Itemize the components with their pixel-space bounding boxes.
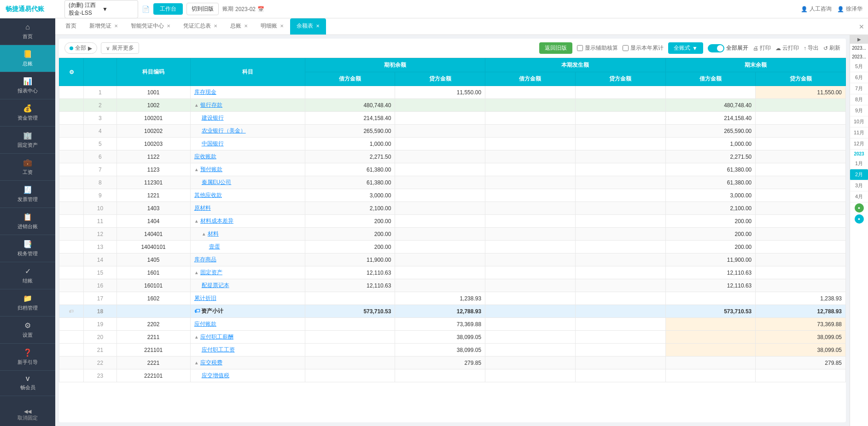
- sidebar-item-member[interactable]: V 畅会员: [0, 371, 55, 396]
- month-3[interactable]: 3月: [850, 180, 868, 191]
- tab-detail-ledger[interactable]: 明细账 ✕: [254, 18, 290, 35]
- month-6[interactable]: 6月: [850, 72, 868, 83]
- sidebar-item-settle[interactable]: ✓ 结账: [0, 262, 55, 289]
- refresh-button[interactable]: ↺ 刷新: [823, 44, 840, 52]
- account-name-link[interactable]: 秦属EU公司: [202, 179, 232, 185]
- row-name[interactable]: 库存现金: [190, 86, 305, 99]
- th-settings[interactable]: ⚙: [59, 58, 84, 86]
- sidebar-bottom-unpin[interactable]: ◀◀ 取消固定: [0, 404, 55, 426]
- row-name[interactable]: 建设银行: [190, 112, 305, 125]
- tab-balance-sheet-close[interactable]: ✕: [316, 23, 320, 29]
- account-name-link[interactable]: 壹蛋: [209, 243, 220, 250]
- user-profile[interactable]: 👤 徐泽华: [837, 5, 862, 13]
- tab-smart-voucher[interactable]: 智能凭证中心 ✕: [124, 18, 177, 35]
- right-panel-expand[interactable]: ▶: [850, 35, 868, 44]
- export-button[interactable]: ↑ 导出: [804, 44, 819, 52]
- row-name[interactable]: 库存商品: [190, 253, 305, 266]
- month-7[interactable]: 7月: [850, 83, 868, 94]
- tab-general-ledger[interactable]: 总账 ✕: [224, 18, 254, 35]
- sidebar-item-ledger[interactable]: 📒 总账: [0, 45, 55, 72]
- account-name-link[interactable]: 建设银行: [202, 115, 224, 121]
- row-name[interactable]: ▲ 预付账款: [190, 163, 305, 176]
- row-name[interactable]: 应收账款: [190, 150, 305, 163]
- month-10[interactable]: 10月: [850, 116, 868, 127]
- month-2[interactable]: 2月: [850, 169, 868, 180]
- account-name-link[interactable]: 材料: [208, 230, 219, 237]
- row-name[interactable]: 🏷 资产小计: [190, 305, 305, 318]
- row-name[interactable]: 应付账款: [190, 318, 305, 331]
- show-ytd-checkbox[interactable]: 显示本年累计: [623, 44, 664, 52]
- account-name-link[interactable]: 库存商品: [194, 256, 216, 263]
- tab-new-voucher[interactable]: 新增凭证 ✕: [83, 18, 124, 35]
- format-button[interactable]: 全账式 ▼: [668, 42, 703, 54]
- tab-home[interactable]: 首页: [59, 18, 83, 35]
- tab-detail-ledger-close[interactable]: ✕: [280, 23, 284, 29]
- tab-smart-voucher-close[interactable]: ✕: [167, 23, 170, 29]
- month-11[interactable]: 11月: [850, 127, 868, 138]
- row-name[interactable]: ▲ 固定资产: [190, 266, 305, 279]
- sidebar-item-home[interactable]: ⌂ 首页: [0, 18, 55, 45]
- row-name[interactable]: 应交增值税: [190, 369, 305, 382]
- row-name[interactable]: 秦属EU公司: [190, 176, 305, 189]
- filter-all-button[interactable]: 全部 ▶: [64, 42, 97, 54]
- sidebar-item-guide[interactable]: ❓ 新手引导: [0, 344, 55, 371]
- month-4[interactable]: 4月: [850, 191, 868, 202]
- account-name-link[interactable]: 配提票记本: [202, 282, 229, 288]
- account-name-link[interactable]: 银行存款: [200, 102, 222, 108]
- tab-voucher-summary[interactable]: 凭证汇总表 ✕: [177, 18, 224, 35]
- account-name-link[interactable]: 固定资产: [200, 269, 222, 276]
- row-name[interactable]: ▲ 银行存款: [190, 99, 305, 112]
- tab-new-voucher-close[interactable]: ✕: [114, 23, 118, 29]
- account-name-link[interactable]: 其他应收款: [194, 192, 222, 198]
- row-name[interactable]: 配提票记本: [190, 279, 305, 292]
- account-name-link[interactable]: 累计折旧: [194, 295, 216, 301]
- month-1[interactable]: 1月: [850, 158, 868, 169]
- row-name[interactable]: 农业银行（美金）: [190, 125, 305, 138]
- row-name[interactable]: ▲ 应交税费: [190, 357, 305, 369]
- account-name-link[interactable]: 库存现金: [194, 89, 216, 95]
- sidebar-item-reports[interactable]: 📊 报表中心: [0, 72, 55, 99]
- show-auxiliary-checkbox[interactable]: 显示辅助核算: [577, 44, 618, 52]
- month-12[interactable]: 12月: [850, 138, 868, 150]
- month-8[interactable]: 8月: [850, 94, 868, 105]
- print-button[interactable]: 🖨 打印: [753, 44, 771, 52]
- consultant-btn[interactable]: 👤 人工咨询: [801, 5, 832, 13]
- month-5[interactable]: 5月: [850, 61, 868, 72]
- account-name-link[interactable]: 应收账款: [194, 153, 216, 160]
- return-old-version-button[interactable]: 返回旧版: [539, 42, 572, 54]
- row-name[interactable]: 原材料: [190, 202, 305, 215]
- sidebar-item-archive[interactable]: 📁 归档管理: [0, 289, 55, 317]
- account-name-link[interactable]: 应付账款: [194, 321, 216, 327]
- sidebar-item-invoice[interactable]: 🧾 发票管理: [0, 181, 55, 208]
- expand-all-toggle[interactable]: 全部展开: [708, 44, 748, 52]
- account-name-link[interactable]: 应付职工薪酬: [200, 334, 233, 340]
- tab-voucher-summary-close[interactable]: ✕: [214, 23, 217, 29]
- sidebar-item-salary[interactable]: 💼 工资: [0, 154, 55, 181]
- company-select[interactable]: (勿删) 江西股金-LSS ▼: [64, 0, 138, 18]
- toggle-switch[interactable]: [708, 44, 724, 52]
- expand-more-button[interactable]: ∨ 展开更多: [101, 42, 139, 54]
- workbench-button[interactable]: 工作台: [153, 3, 183, 15]
- auxiliary-checkbox-input[interactable]: [577, 45, 583, 51]
- sidebar-item-purchase[interactable]: 📋 进销台账: [0, 208, 55, 235]
- row-name[interactable]: 应付职工工资: [190, 344, 305, 357]
- account-name-link[interactable]: 原材料: [194, 205, 211, 211]
- cloud-print-button[interactable]: ☁ 云打印: [775, 44, 799, 52]
- sidebar-item-settings[interactable]: ⚙ 设置: [0, 317, 55, 344]
- account-name-link[interactable]: 材料成本差异: [200, 218, 233, 224]
- account-name-link[interactable]: 应付职工工资: [202, 346, 235, 353]
- row-name[interactable]: ▲ 应付职工薪酬: [190, 331, 305, 344]
- tab-close-all[interactable]: ✕: [859, 23, 864, 30]
- row-name[interactable]: 中国银行: [190, 138, 305, 150]
- tab-general-ledger-close[interactable]: ✕: [244, 23, 248, 29]
- ytd-checkbox-input[interactable]: [623, 45, 629, 51]
- month-9[interactable]: 9月: [850, 105, 868, 116]
- account-name-link[interactable]: 应交税费: [200, 359, 222, 366]
- tab-balance-sheet[interactable]: 余额表 ✕: [290, 18, 326, 35]
- row-name[interactable]: ▲ 材料: [190, 228, 305, 241]
- account-name-link[interactable]: 农业银行（美金）: [202, 127, 246, 134]
- account-name-link[interactable]: 预付账款: [200, 166, 222, 173]
- row-name[interactable]: 其他应收款: [190, 189, 305, 202]
- row-name[interactable]: 壹蛋: [190, 241, 305, 253]
- sidebar-item-tax[interactable]: 📑 税务管理: [0, 235, 55, 262]
